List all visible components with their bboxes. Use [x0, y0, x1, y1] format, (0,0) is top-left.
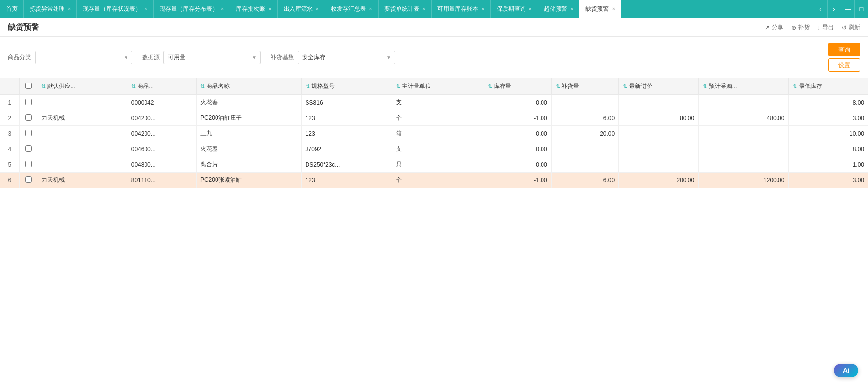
col-replenish-qty-header[interactable]: ⇅ 补货量 [551, 78, 619, 95]
close-tab-receipt-summary[interactable]: × [369, 6, 372, 12]
datasource-select[interactable]: 可用量 [163, 51, 261, 64]
tab-shortage[interactable]: 缺货预警 × [579, 0, 621, 18]
close-tab-inventory-status[interactable]: × [144, 6, 147, 12]
col-product-code-header[interactable]: ⇅ 商品... [127, 78, 196, 95]
table-row: 6 力天机械 801110... PC200张紧油缸 123 个 -1.00 6… [0, 173, 868, 188]
col-stock-header[interactable]: ⇅ 库存量 [484, 78, 552, 95]
row-default-supplier: 力天机械 [37, 173, 127, 188]
row-estimated-purchase: 1200.00 [699, 173, 789, 188]
settings-button[interactable]: 设置 [828, 58, 860, 72]
table-container: ⇅ 默认供应... ⇅ 商品... ⇅ 商品名称 ⇅ 规格型号 [0, 78, 868, 188]
tab-scroll-prev[interactable]: ‹ [814, 0, 827, 18]
row-checkbox-3[interactable] [25, 130, 32, 136]
row-replenish-qty [551, 95, 619, 110]
row-checkbox-2[interactable] [25, 114, 32, 121]
close-tab-shortage[interactable]: × [612, 6, 615, 12]
close-tab-batch-account[interactable]: × [268, 6, 271, 12]
row-checkbox-cell[interactable] [19, 110, 37, 126]
share-icon: ↗ [765, 24, 770, 31]
sort-icon: ⇅ [703, 83, 707, 89]
row-checkbox-1[interactable] [25, 99, 32, 105]
tab-inventory-dist[interactable]: 现存量（库存分布表） × [154, 0, 230, 18]
tab-available-ledger[interactable]: 可用量库存账本 × [432, 0, 490, 18]
row-number: 3 [0, 126, 19, 141]
tab-home[interactable]: 首页 [0, 0, 24, 18]
row-checkbox-cell[interactable] [19, 141, 37, 157]
replenish-button[interactable]: ⊕ 补货 [791, 23, 810, 32]
row-latest-price: 80.00 [619, 110, 699, 126]
category-select[interactable] [35, 51, 132, 64]
col-unit-header[interactable]: ⇅ 主计量单位 [392, 78, 484, 95]
tab-exception[interactable]: 拣货异常处理 × [24, 0, 77, 18]
export-button[interactable]: ↓ 导出 [817, 23, 834, 32]
tab-inout-flow[interactable]: 出入库流水 × [278, 0, 325, 18]
close-tab-available-ledger[interactable]: × [481, 6, 484, 12]
row-checkbox-cell[interactable] [19, 126, 37, 141]
query-button[interactable]: 查询 [828, 43, 860, 56]
sort-icon: ⇅ [131, 83, 136, 89]
col-latest-price-header[interactable]: ⇅ 最新进价 [619, 78, 699, 95]
row-checkbox-4[interactable] [25, 145, 32, 152]
tab-bar: 首页 拣货异常处理 × 现存量（库存状况表） × 现存量（库存分布表） × 库存… [0, 0, 868, 18]
refresh-button[interactable]: ↺ 刷新 [842, 23, 860, 32]
export-icon: ↓ [817, 24, 820, 31]
select-all-checkbox[interactable] [25, 83, 32, 89]
col-checkbox-header[interactable] [19, 78, 37, 95]
sort-icon: ⇅ [306, 83, 310, 89]
sort-icon: ⇅ [556, 83, 560, 89]
window-minimize[interactable]: — [841, 0, 854, 18]
row-spec: 123 [301, 110, 392, 126]
table-header-row: ⇅ 默认供应... ⇅ 商品... ⇅ 商品名称 ⇅ 规格型号 [0, 78, 868, 95]
row-replenish-qty: 6.00 [551, 173, 619, 188]
replenish-base-select[interactable]: 安全库存 [298, 51, 395, 64]
row-spec: DS250*23c... [301, 157, 392, 173]
refresh-icon: ↺ [842, 24, 847, 31]
page-header: 缺货预警 ↗ 分享 ⊕ 补货 ↓ 导出 ↺ 刷新 [0, 18, 868, 37]
row-product-code: 004200... [127, 126, 196, 141]
col-spec-header[interactable]: ⇅ 规格型号 [301, 78, 392, 95]
row-checkbox-cell[interactable] [19, 157, 37, 173]
share-button[interactable]: ↗ 分享 [765, 23, 783, 32]
row-checkbox-5[interactable] [25, 161, 32, 167]
close-tab-inout-flow[interactable]: × [316, 6, 319, 12]
row-checkbox-cell[interactable] [19, 95, 37, 110]
close-tab-order-stats[interactable]: × [422, 6, 425, 12]
table-row: 3 004200... 三九 123 箱 0.00 20.00 10.00 [0, 126, 868, 141]
col-default-supplier-header[interactable]: ⇅ 默认供应... [37, 78, 127, 95]
row-estimated-purchase [699, 157, 789, 173]
close-tab-expiry-query[interactable]: × [529, 6, 532, 12]
col-min-stock-header[interactable]: ⇅ 最低库存 [789, 78, 868, 95]
col-product-name-header[interactable]: ⇅ 商品名称 [196, 78, 301, 95]
ai-badge[interactable]: Ai [834, 364, 858, 377]
tab-inventory-status[interactable]: 现存量（库存状况表） × [77, 0, 153, 18]
tab-overstock[interactable]: 超储预警 × [538, 0, 579, 18]
tab-batch-account[interactable]: 库存批次账 × [230, 0, 277, 18]
row-latest-price: 200.00 [619, 173, 699, 188]
table-row: 1 0000042 火花塞 SS816 支 0.00 8.00 [0, 95, 868, 110]
row-stock: -1.00 [484, 110, 552, 126]
window-maximize[interactable]: □ [854, 0, 868, 18]
row-checkbox-6[interactable] [25, 176, 32, 183]
row-product-code: 0000042 [127, 95, 196, 110]
row-spec: 123 [301, 173, 392, 188]
close-tab-inventory-dist[interactable]: × [221, 6, 224, 12]
category-select-wrapper [35, 51, 132, 64]
row-product-name: 离合片 [196, 157, 301, 173]
col-estimated-purchase-header[interactable]: ⇅ 预计采购... [699, 78, 789, 95]
col-num-header[interactable] [0, 78, 19, 95]
row-number: 5 [0, 157, 19, 173]
tab-scroll-next[interactable]: › [827, 0, 841, 18]
row-unit: 支 [392, 95, 484, 110]
close-tab-overstock[interactable]: × [570, 6, 573, 12]
tab-expiry-query[interactable]: 保质期查询 × [491, 0, 538, 18]
row-replenish-qty [551, 157, 619, 173]
tab-receipt-summary[interactable]: 收发存汇总表 × [325, 0, 378, 18]
data-table: ⇅ 默认供应... ⇅ 商品... ⇅ 商品名称 ⇅ 规格型号 [0, 78, 868, 188]
row-checkbox-cell[interactable] [19, 173, 37, 188]
tab-order-stats[interactable]: 要货单统计表 × [379, 0, 432, 18]
close-tab-exception[interactable]: × [68, 6, 71, 12]
row-latest-price [619, 141, 699, 157]
row-number: 6 [0, 173, 19, 188]
row-product-code: 004800... [127, 157, 196, 173]
row-estimated-purchase: 480.00 [699, 110, 789, 126]
